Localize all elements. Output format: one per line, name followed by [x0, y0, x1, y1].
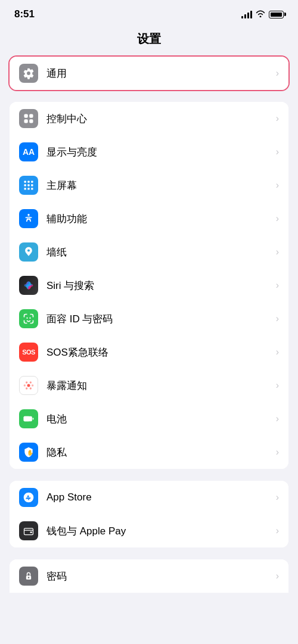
svg-rect-3: [29, 119, 33, 123]
settings-row-faceid[interactable]: 面容 ID 与密码 ›: [10, 302, 288, 335]
svg-point-18: [32, 384, 33, 386]
wallet-label: 钱包与 Apple Pay: [46, 524, 274, 538]
settings-row-control-center[interactable]: 控制中心 ›: [10, 102, 288, 135]
home-screen-label: 主屏幕: [46, 179, 274, 192]
wallet-icon: [19, 521, 38, 540]
passwords-icon: [19, 567, 38, 586]
sos-label: SOS紧急联络: [46, 346, 274, 359]
svg-point-21: [26, 387, 27, 389]
svg-rect-9: [31, 184, 33, 186]
svg-rect-10: [24, 188, 26, 189]
svg-rect-8: [27, 184, 29, 186]
sos-icon: SOS: [19, 343, 38, 362]
settings-row-accessibility[interactable]: 辅助功能 ›: [10, 202, 288, 235]
svg-rect-25: [33, 418, 34, 419]
svg-rect-4: [24, 181, 26, 183]
battery-icon: [269, 11, 284, 18]
password-section: 密码 ›: [10, 559, 288, 593]
general-label: 通用: [46, 67, 274, 80]
control-center-icon: [19, 109, 38, 128]
settings-row-exposure[interactable]: 暴露通知 ›: [10, 369, 288, 402]
settings-row-display[interactable]: AA 显示与亮度 ›: [10, 135, 288, 169]
exposure-icon: [19, 376, 38, 395]
accessibility-label: 辅助功能: [46, 212, 274, 226]
home-screen-icon: [19, 176, 38, 195]
siri-label: Siri 与搜索: [46, 279, 274, 293]
settings-row-general[interactable]: 通用 ›: [10, 57, 288, 90]
signal-icon: [241, 10, 252, 18]
svg-rect-6: [31, 181, 33, 183]
svg-rect-11: [27, 188, 29, 189]
general-icon: [19, 64, 38, 83]
status-icons: [241, 10, 284, 19]
settings-row-privacy[interactable]: ✋ 隐私 ›: [10, 435, 288, 469]
svg-rect-28: [24, 528, 33, 535]
settings-row-appstore[interactable]: App Store ›: [10, 481, 288, 514]
svg-point-15: [24, 284, 33, 288]
siri-icon: [19, 276, 38, 295]
settings-row-siri[interactable]: Siri 与搜索 ›: [10, 269, 288, 302]
status-bar: 8:51: [0, 0, 298, 25]
svg-point-20: [30, 381, 32, 383]
exposure-label: 暴露通知: [46, 379, 274, 393]
svg-point-17: [24, 384, 26, 386]
svg-rect-12: [31, 188, 33, 189]
store-section: App Store › 钱包与 Apple Pay ›: [10, 481, 288, 547]
privacy-label: 隐私: [46, 446, 274, 459]
svg-point-22: [30, 387, 32, 389]
page-title: 设置: [137, 32, 161, 45]
svg-point-13: [27, 214, 29, 216]
passwords-label: 密码: [46, 570, 274, 583]
svg-rect-5: [27, 181, 29, 183]
display-label: 显示与亮度: [46, 145, 274, 159]
settings-row-wallpaper[interactable]: 墙纸 ›: [10, 235, 288, 269]
faceid-icon: [19, 309, 38, 328]
settings-row-battery[interactable]: 电池 ›: [10, 402, 288, 435]
appstore-label: App Store: [46, 491, 274, 503]
svg-rect-29: [30, 531, 32, 533]
accessibility-icon: [19, 209, 38, 228]
battery-label: 电池: [46, 412, 274, 426]
svg-rect-24: [24, 416, 30, 421]
wallpaper-icon: [19, 242, 38, 262]
settings-row-passwords[interactable]: 密码 ›: [10, 559, 288, 593]
svg-rect-2: [24, 119, 28, 123]
control-center-label: 控制中心: [46, 112, 274, 126]
faceid-label: 面容 ID 与密码: [46, 312, 274, 326]
appstore-icon: [19, 488, 38, 507]
svg-point-31: [28, 577, 30, 578]
svg-rect-0: [24, 114, 28, 118]
svg-rect-1: [29, 114, 33, 118]
display-icon: AA: [19, 142, 38, 161]
status-time: 8:51: [14, 8, 35, 20]
svg-point-19: [26, 381, 27, 383]
general-chevron: ›: [276, 68, 279, 79]
svg-rect-7: [24, 184, 26, 186]
page-header: 设置: [0, 25, 298, 57]
battery-settings-icon: [19, 409, 38, 428]
general-section: 通用 ›: [10, 57, 288, 90]
privacy-icon: ✋: [19, 443, 38, 462]
svg-text:✋: ✋: [27, 449, 34, 456]
main-section: 控制中心 › AA 显示与亮度 › 主屏幕 ›: [10, 102, 288, 469]
settings-row-sos[interactable]: SOS SOS紧急联络 ›: [10, 335, 288, 369]
wallpaper-label: 墙纸: [46, 245, 274, 259]
svg-point-16: [27, 384, 30, 387]
settings-row-home-screen[interactable]: 主屏幕 ›: [10, 169, 288, 202]
settings-row-wallet[interactable]: 钱包与 Apple Pay ›: [10, 514, 288, 547]
wifi-icon: [256, 10, 265, 19]
